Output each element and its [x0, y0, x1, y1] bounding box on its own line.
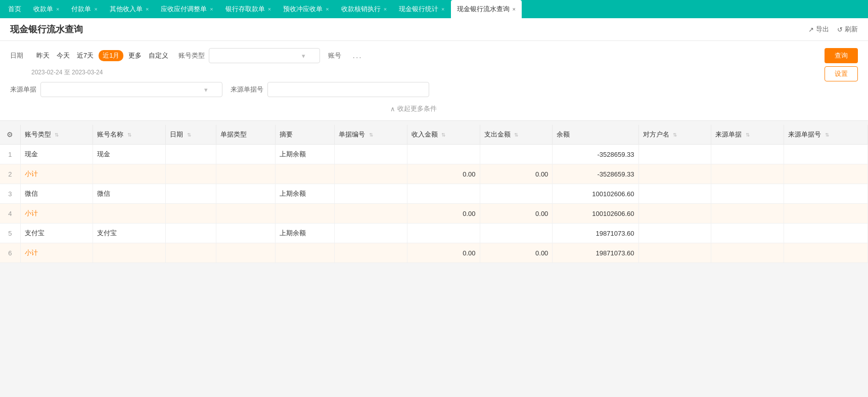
- header-actions: ↗ 导出 ↺ 刷新: [808, 25, 858, 34]
- export-button[interactable]: ↗ 导出: [808, 25, 829, 34]
- data-table: ⚙ 账号类型 ⇅ 账号名称 ⇅ 日期 ⇅ 单据类型 摘要: [0, 125, 868, 263]
- nav-cash-bank-flow[interactable]: 现金银行流水查询 ×: [451, 0, 522, 18]
- cell-account_name: [93, 243, 166, 263]
- column-balance: 余额: [553, 125, 638, 145]
- collapse-button[interactable]: ∧ 收起更多条件: [10, 102, 816, 116]
- settings-button[interactable]: 设置: [825, 66, 858, 81]
- cell-source_doc_no: [784, 145, 868, 164]
- query-button[interactable]: 查询: [825, 48, 858, 63]
- date-opt-1month[interactable]: 近1月: [99, 50, 123, 61]
- cell-date: [166, 184, 216, 204]
- date-opt-custom[interactable]: 自定义: [147, 50, 170, 61]
- filter-buttons: 查询 设置: [825, 48, 858, 81]
- cell-doc_no: [335, 164, 407, 184]
- close-icon[interactable]: ×: [210, 6, 213, 12]
- column-settings[interactable]: ⚙: [0, 125, 20, 145]
- nav-home[interactable]: 首页: [2, 0, 27, 18]
- column-counterparty[interactable]: 对方户名 ⇅: [638, 125, 711, 145]
- column-source-doc-no[interactable]: 来源单据号 ⇅: [784, 125, 868, 145]
- source-doc-no-input[interactable]: [267, 82, 429, 97]
- nav-other-income[interactable]: 其他收入单 ×: [104, 0, 155, 18]
- cell-doc_no: [335, 184, 407, 204]
- filter-row-1: 日期 昨天 今天 近7天 近1月 更多 自定义 账号类型 ▾: [10, 48, 816, 63]
- cell-account_name: [93, 164, 166, 184]
- account-ellipsis-button[interactable]: ...: [352, 51, 362, 60]
- nav-adjustment[interactable]: 应收应付调整单 ×: [155, 0, 219, 18]
- cell-summary: 上期余额: [275, 184, 334, 204]
- sort-icon: ⇅: [441, 132, 445, 138]
- nav-collection-exec[interactable]: 收款核销执行 ×: [335, 0, 393, 18]
- cell-counterparty: [638, 145, 711, 164]
- cell-date: [166, 164, 216, 184]
- close-icon[interactable]: ×: [94, 6, 97, 12]
- cell-doc_no: [335, 204, 407, 224]
- column-income[interactable]: 收入金额 ⇅: [407, 125, 480, 145]
- source-doc-filter-group: 来源单据 ▾: [10, 82, 222, 97]
- nav-prepayment[interactable]: 预收冲应收单 ×: [277, 0, 335, 18]
- filter-area: 日期 昨天 今天 近7天 近1月 更多 自定义 账号类型 ▾: [0, 41, 868, 121]
- date-opt-today[interactable]: 今天: [55, 50, 72, 61]
- data-table-container: ⚙ 账号类型 ⇅ 账号名称 ⇅ 日期 ⇅ 单据类型 摘要: [0, 125, 868, 263]
- cell-expense: 0.00: [480, 164, 553, 184]
- date-opt-yesterday[interactable]: 昨天: [34, 50, 52, 61]
- source-doc-no-filter-group: 来源单据号: [231, 82, 429, 97]
- export-icon: ↗: [808, 26, 814, 33]
- column-account-type[interactable]: 账号类型 ⇅: [20, 125, 93, 145]
- nav-receipt[interactable]: 收款单 ×: [27, 0, 65, 18]
- cell-doc_no: [335, 243, 407, 263]
- account-filter-group: 账号 ...: [328, 51, 362, 60]
- cell-balance: -3528659.33: [553, 145, 638, 164]
- gear-icon: ⚙: [7, 130, 13, 139]
- nav-bank-deposit[interactable]: 银行存取款单 ×: [219, 0, 277, 18]
- cell-balance: 100102606.60: [553, 204, 638, 224]
- cell-index: 6: [0, 243, 20, 263]
- close-icon[interactable]: ×: [56, 6, 59, 12]
- column-expense[interactable]: 支出金额 ⇅: [480, 125, 553, 145]
- account-label: 账号: [328, 51, 348, 60]
- sort-icon: ⇅: [673, 132, 677, 138]
- close-icon[interactable]: ×: [513, 6, 516, 12]
- column-date[interactable]: 日期 ⇅: [166, 125, 216, 145]
- table-row: 5支付宝支付宝上期余额19871073.60: [0, 224, 868, 243]
- sort-icon: ⇅: [187, 132, 191, 138]
- table-row: 6小计0.000.0019871073.60: [0, 243, 868, 263]
- account-type-select[interactable]: ▾: [209, 48, 320, 63]
- cell-balance: 19871073.60: [553, 243, 638, 263]
- cell-doc_type: [216, 243, 275, 263]
- cell-source_doc: [711, 224, 784, 243]
- cell-source_doc_no: [784, 184, 868, 204]
- refresh-button[interactable]: ↺ 刷新: [837, 25, 858, 34]
- column-doc-no[interactable]: 单据编号 ⇅: [335, 125, 407, 145]
- column-source-doc[interactable]: 来源单据 ⇅: [711, 125, 784, 145]
- source-doc-select[interactable]: ▾: [40, 82, 222, 97]
- close-icon[interactable]: ×: [384, 6, 387, 12]
- date-opt-more[interactable]: 更多: [126, 50, 144, 61]
- table-row: 3微信微信上期余额100102606.60: [0, 184, 868, 204]
- filter-row-2: 来源单据 ▾ 来源单据号: [10, 82, 816, 97]
- column-account-name[interactable]: 账号名称 ⇅: [93, 125, 166, 145]
- date-opt-7days[interactable]: 近7天: [75, 50, 96, 61]
- cell-account_type: 小计: [20, 164, 93, 184]
- cell-source_doc: [711, 184, 784, 204]
- column-summary: 摘要: [275, 125, 334, 145]
- close-icon[interactable]: ×: [441, 6, 444, 12]
- cell-source_doc: [711, 204, 784, 224]
- sort-icon: ⇅: [514, 132, 518, 138]
- cell-counterparty: [638, 204, 711, 224]
- cell-date: [166, 145, 216, 164]
- account-type-label: 账号类型: [178, 51, 205, 60]
- nav-payment[interactable]: 付款单 ×: [65, 0, 103, 18]
- cell-expense: [480, 145, 553, 164]
- cell-doc_type: [216, 184, 275, 204]
- close-icon[interactable]: ×: [326, 6, 329, 12]
- sort-icon: ⇅: [127, 132, 131, 138]
- chevron-down-icon: ▾: [302, 52, 305, 60]
- cell-balance: 19871073.60: [553, 224, 638, 243]
- cell-doc_type: [216, 204, 275, 224]
- page-title: 现金银行流水查询: [10, 23, 83, 35]
- nav-cash-bank-stat[interactable]: 现金银行统计 ×: [393, 0, 450, 18]
- cell-summary: [275, 204, 334, 224]
- cell-doc_type: [216, 145, 275, 164]
- close-icon[interactable]: ×: [268, 6, 271, 12]
- close-icon[interactable]: ×: [146, 6, 149, 12]
